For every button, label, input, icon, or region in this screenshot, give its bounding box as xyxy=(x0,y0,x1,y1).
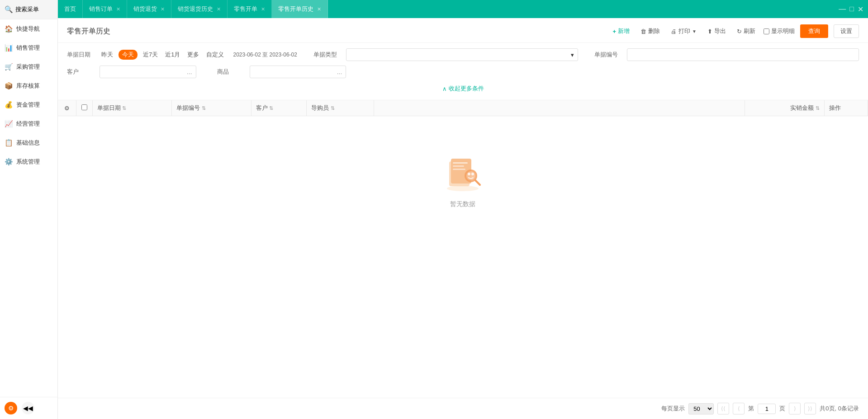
filter-area: 单据日期 昨天 今天 近7天 近1月 更多 自定义 2023-06-02 至 2… xyxy=(58,43,868,100)
money-icon: 💰 xyxy=(5,101,13,109)
sidebar-item-operations[interactable]: 📈 经营管理 xyxy=(0,114,57,133)
sidebar-item-label: 快捷导航 xyxy=(16,25,40,33)
col-customer[interactable]: 客户 ⇅ xyxy=(251,100,306,116)
shortcut-yesterday[interactable]: 昨天 xyxy=(100,50,115,60)
product-label: 商品 xyxy=(217,68,242,76)
customer-picker-btn[interactable]: ... xyxy=(183,68,196,75)
tab-sales-return-history[interactable]: 销货退货历史 ✕ xyxy=(171,0,228,18)
sidebar-item-quick-nav[interactable]: 🏠 快捷导航 xyxy=(0,19,57,38)
empty-text: 暂无数据 xyxy=(450,200,475,208)
doc-type-select[interactable]: ▾ xyxy=(346,48,578,61)
col-doc-no[interactable]: 单据编号 ⇅ xyxy=(172,100,251,116)
tab-close-sales-return-history[interactable]: ✕ xyxy=(217,6,221,12)
refresh-button[interactable]: ↻ 刷新 xyxy=(734,25,758,37)
shortcut-more[interactable]: 更多 xyxy=(185,50,201,60)
operations-icon: 📈 xyxy=(5,120,13,128)
sort-doc-no-icon: ⇅ xyxy=(202,105,206,111)
table-body: 暂无数据 xyxy=(58,116,868,245)
tab-retail-open[interactable]: 零售开单 ✕ xyxy=(228,0,272,18)
col-salesperson[interactable]: 导购员 ⇅ xyxy=(306,100,374,116)
customer-input[interactable]: ... xyxy=(100,66,196,78)
col-doc-date[interactable]: 单据日期 ⇅ xyxy=(92,100,172,116)
shortcut-last1month[interactable]: 近1月 xyxy=(163,50,182,60)
doc-icon: 📋 xyxy=(5,139,13,147)
product-input[interactable]: ... xyxy=(250,66,346,78)
product-picker-btn[interactable]: ... xyxy=(333,68,346,75)
col-amount[interactable]: 实销金额 ⇅ xyxy=(745,100,824,116)
tab-sales-return[interactable]: 销货退货 ✕ xyxy=(127,0,171,18)
cart-icon: 🛒 xyxy=(5,63,13,71)
window-minimize-btn[interactable]: — xyxy=(839,5,846,13)
sort-customer-icon: ⇅ xyxy=(269,105,273,111)
product-text-input[interactable] xyxy=(250,67,333,77)
show-detail-checkbox[interactable]: 显示明细 xyxy=(764,27,795,35)
col-spacer xyxy=(374,100,745,116)
box-icon: 📦 xyxy=(5,82,13,90)
col-check[interactable] xyxy=(76,100,92,116)
window-close-btn[interactable]: ✕ xyxy=(858,5,863,14)
sidebar-search[interactable]: 🔍 搜索采单 xyxy=(0,0,57,19)
tab-close-retail-open-history[interactable]: ✕ xyxy=(317,6,321,12)
delete-button[interactable]: 🗑 删除 xyxy=(638,25,663,37)
settings-bottom-btn[interactable]: ⚙ xyxy=(5,402,17,414)
sidebar-item-purchase-mgmt[interactable]: 🛒 采购管理 xyxy=(0,57,57,76)
page-prev-btn[interactable]: ⟨ xyxy=(733,403,745,414)
page-header: 零售开单历史 + 新增 🗑 删除 🖨 打印▼ ⬆ 导出 ↻ 刷新 显示明细 查询… xyxy=(58,18,868,43)
page-last-btn[interactable]: ⟩⟩ xyxy=(804,403,816,414)
date-label: 单据日期 xyxy=(67,51,92,59)
tab-close-sales-return[interactable]: ✕ xyxy=(161,6,165,12)
customer-text-input[interactable] xyxy=(100,67,183,77)
trash-icon: 🗑 xyxy=(640,28,646,35)
collapse-bar[interactable]: ∧ 收起更多条件 xyxy=(67,83,859,94)
tab-sales-order[interactable]: 销售订单 ✕ xyxy=(83,0,127,18)
refresh-icon: ↻ xyxy=(737,28,742,35)
add-icon: + xyxy=(613,28,617,35)
window-maximize-btn[interactable]: □ xyxy=(849,5,854,13)
tab-close-sales-order[interactable]: ✕ xyxy=(116,6,120,12)
sidebar: 🔍 搜索采单 🏠 快捷导航 📊 销售管理 🛒 采购管理 📦 库存核算 💰 资金管… xyxy=(0,0,58,419)
svg-point-10 xyxy=(471,173,474,175)
sidebar-item-basic-info[interactable]: 📋 基础信息 xyxy=(0,133,57,152)
col-settings[interactable]: ⚙ xyxy=(58,100,76,116)
svg-point-0 xyxy=(447,186,479,191)
shortcut-custom[interactable]: 自定义 xyxy=(204,50,226,60)
settings-button[interactable]: 设置 xyxy=(834,24,859,38)
shortcut-today[interactable]: 今天 xyxy=(119,50,138,60)
empty-cell: 暂无数据 xyxy=(58,116,868,245)
sidebar-item-sales-mgmt[interactable]: 📊 销售管理 xyxy=(0,38,57,57)
print-button[interactable]: 🖨 打印▼ xyxy=(668,25,699,37)
pagination: 每页显示 50 20 100 ⟨⟨ ⟨ 第 页 ⟩ ⟩⟩ 共0页, 0条记录 xyxy=(58,398,868,419)
table-header-row: ⚙ 单据日期 ⇅ 单据编号 ⇅ 客户 ⇅ xyxy=(58,100,868,116)
export-button[interactable]: ⬆ 导出 xyxy=(705,25,729,37)
page-size-select[interactable]: 50 20 100 xyxy=(688,403,714,414)
show-detail-check-input[interactable] xyxy=(764,28,769,34)
select-all-checkbox[interactable] xyxy=(81,104,87,110)
svg-rect-3 xyxy=(453,162,468,164)
customer-label: 客户 xyxy=(67,68,92,76)
page-jump-label: 第 xyxy=(748,405,754,413)
tab-retail-open-history[interactable]: 零售开单历史 ✕ xyxy=(272,0,328,18)
sidebar-item-finance[interactable]: 💰 资金管理 xyxy=(0,95,57,114)
tab-home[interactable]: 首页 xyxy=(58,0,83,18)
page-next-btn[interactable]: ⟩ xyxy=(789,403,801,414)
page-number-input[interactable] xyxy=(758,404,776,414)
table-header: ⚙ 单据日期 ⇅ 单据编号 ⇅ 客户 ⇅ xyxy=(58,100,868,116)
content-area: 零售开单历史 + 新增 🗑 删除 🖨 打印▼ ⬆ 导出 ↻ 刷新 显示明细 查询… xyxy=(58,18,868,419)
query-button[interactable]: 查询 xyxy=(800,24,828,38)
tab-close-retail-open[interactable]: ✕ xyxy=(261,6,265,12)
add-button[interactable]: + 新增 xyxy=(610,25,633,37)
sort-doc-date-icon: ⇅ xyxy=(122,105,126,111)
sort-salesperson-icon: ⇅ xyxy=(331,105,335,111)
table-area: ⚙ 单据日期 ⇅ 单据编号 ⇅ 客户 ⇅ xyxy=(58,100,868,398)
svg-line-8 xyxy=(475,180,480,185)
sidebar-item-inventory[interactable]: 📦 库存核算 xyxy=(0,76,57,95)
doc-no-input[interactable] xyxy=(627,48,859,61)
shortcut-last7days[interactable]: 近7天 xyxy=(141,50,160,60)
page-first-btn[interactable]: ⟨⟨ xyxy=(717,403,729,414)
sidebar-item-label: 库存核算 xyxy=(16,82,40,90)
chart-icon: 📊 xyxy=(5,44,13,52)
sidebar-item-system-mgmt[interactable]: ⚙️ 系统管理 xyxy=(0,152,57,171)
collapse-btn[interactable]: ◀◀ xyxy=(22,402,34,414)
filter-row-1: 单据日期 昨天 今天 近7天 近1月 更多 自定义 2023-06-02 至 2… xyxy=(67,48,859,61)
gear-icon: ⚙️ xyxy=(5,158,13,166)
